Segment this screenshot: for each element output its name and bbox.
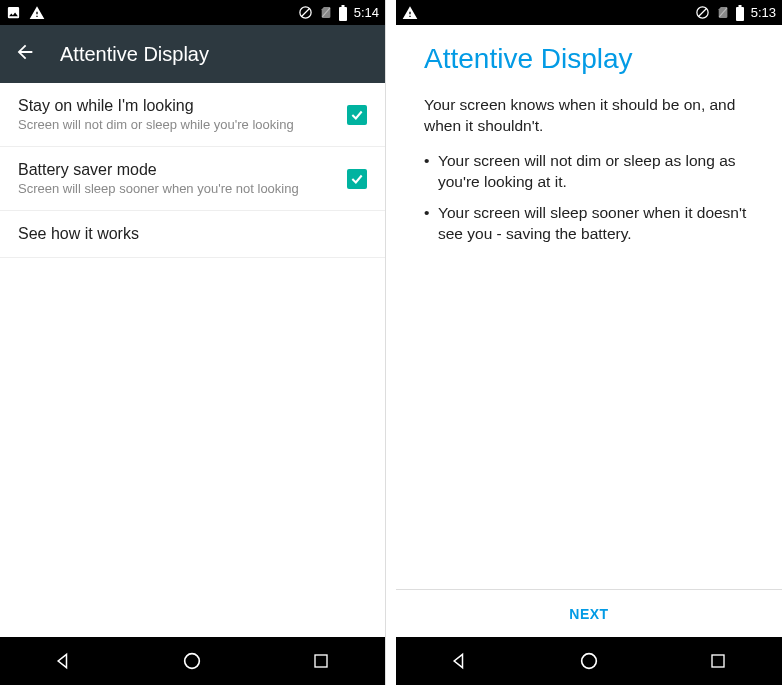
svg-rect-13 bbox=[712, 655, 724, 667]
page-title: Attentive Display bbox=[60, 43, 209, 66]
bullet-item: Your screen will not dim or sleep as lon… bbox=[424, 151, 754, 193]
battery-icon bbox=[735, 5, 745, 21]
svg-rect-6 bbox=[315, 655, 327, 667]
nav-bar bbox=[396, 637, 782, 685]
nav-recent-icon[interactable] bbox=[291, 652, 351, 670]
svg-point-5 bbox=[185, 654, 200, 669]
battery-icon bbox=[338, 5, 348, 21]
phone-right: 5:13 Attentive Display Your screen knows… bbox=[396, 0, 782, 685]
row-title: Stay on while I'm looking bbox=[18, 97, 335, 115]
bullet-list: Your screen will not dim or sleep as lon… bbox=[424, 151, 754, 245]
warning-icon bbox=[402, 5, 418, 21]
settings-list: Stay on while I'm looking Screen will no… bbox=[0, 83, 385, 637]
svg-rect-3 bbox=[339, 7, 347, 21]
clock-text: 5:13 bbox=[751, 5, 776, 20]
no-entry-icon bbox=[695, 5, 710, 20]
sim-icon bbox=[716, 5, 729, 20]
no-entry-icon bbox=[298, 5, 313, 20]
image-icon bbox=[6, 5, 21, 20]
phone-left: 5:14 Attentive Display Stay on while I'm… bbox=[0, 0, 386, 685]
row-title: See how it works bbox=[18, 225, 367, 243]
nav-home-icon[interactable] bbox=[162, 650, 222, 672]
nav-home-icon[interactable] bbox=[559, 650, 619, 672]
bullet-item: Your screen will sleep sooner when it do… bbox=[424, 203, 754, 245]
nav-back-icon[interactable] bbox=[34, 651, 94, 671]
intro-content: Attentive Display Your screen knows when… bbox=[396, 25, 782, 589]
nav-back-icon[interactable] bbox=[430, 651, 490, 671]
row-subtitle: Screen will sleep sooner when you're not… bbox=[18, 181, 335, 196]
intro-text: Your screen knows when it should be on, … bbox=[424, 95, 754, 137]
sim-icon bbox=[319, 5, 332, 20]
clock-text: 5:14 bbox=[354, 5, 379, 20]
row-battery-saver[interactable]: Battery saver mode Screen will sleep soo… bbox=[0, 147, 385, 211]
page-title: Attentive Display bbox=[424, 43, 754, 75]
nav-recent-icon[interactable] bbox=[688, 652, 748, 670]
next-button[interactable]: NEXT bbox=[569, 606, 608, 622]
row-stay-on[interactable]: Stay on while I'm looking Screen will no… bbox=[0, 83, 385, 147]
status-bar: 5:14 bbox=[0, 0, 385, 25]
checkbox-icon[interactable] bbox=[347, 169, 367, 189]
svg-line-8 bbox=[698, 9, 706, 17]
warning-icon bbox=[29, 5, 45, 21]
row-title: Battery saver mode bbox=[18, 161, 335, 179]
svg-rect-4 bbox=[341, 5, 344, 7]
row-see-how[interactable]: See how it works bbox=[0, 211, 385, 258]
app-bar: Attentive Display bbox=[0, 25, 385, 83]
back-icon[interactable] bbox=[14, 41, 36, 67]
svg-rect-11 bbox=[738, 5, 741, 7]
checkbox-icon[interactable] bbox=[347, 105, 367, 125]
svg-line-1 bbox=[301, 9, 309, 17]
svg-rect-10 bbox=[736, 7, 744, 21]
footer-bar: NEXT bbox=[396, 589, 782, 637]
row-subtitle: Screen will not dim or sleep while you'r… bbox=[18, 117, 335, 132]
svg-point-12 bbox=[582, 654, 597, 669]
nav-bar bbox=[0, 637, 385, 685]
status-bar: 5:13 bbox=[396, 0, 782, 25]
